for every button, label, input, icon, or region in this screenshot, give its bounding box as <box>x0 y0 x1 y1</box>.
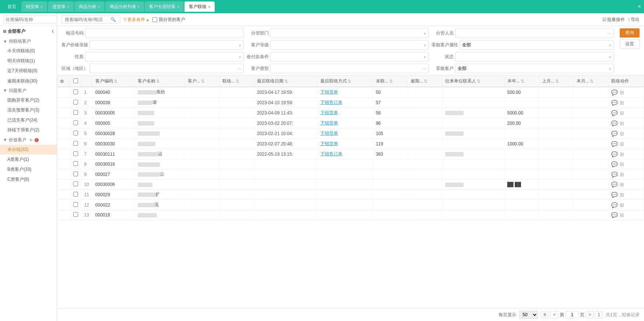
cell-checkbox[interactable] <box>70 190 81 200</box>
grid-action-icon[interactable]: ⊞ <box>620 172 624 177</box>
col-last-contact-date[interactable]: 最后联络日期⇅ <box>254 76 317 87</box>
grid-action-icon[interactable]: ⊞ <box>620 151 624 157</box>
filter-customer-type-input[interactable]: ··· <box>270 64 429 73</box>
grid-action-icon[interactable]: ⊞ <box>620 141 624 147</box>
row-checkbox[interactable] <box>73 172 78 176</box>
cell-last-contact-method[interactable] <box>317 169 373 180</box>
tab-customer-seg[interactable]: 客户分层经客 × <box>145 1 184 12</box>
message-action-icon[interactable]: 💬 <box>611 212 617 218</box>
tab-analysis-list[interactable]: 商品分析列表 × <box>105 1 144 12</box>
cell-checkbox[interactable] <box>70 118 81 128</box>
contact-method-link[interactable]: 下销货单 <box>320 131 338 136</box>
cell-last-contact-method[interactable]: 下销货单 <box>317 128 373 139</box>
row-checkbox[interactable] <box>73 151 78 156</box>
main-search-icon[interactable]: 🔍 <box>110 17 116 22</box>
cell-last-contact-method[interactable] <box>317 190 373 200</box>
contact-method-link[interactable]: 下销货单 <box>320 110 338 115</box>
col-contact[interactable]: 联络...⇅ <box>219 76 254 87</box>
row-checkbox[interactable] <box>73 100 78 105</box>
row-checkbox[interactable] <box>73 120 78 125</box>
grid-action-icon[interactable]: ⊞ <box>620 100 624 106</box>
cell-last-contact-method[interactable]: 下销货单 <box>317 87 373 98</box>
row-checkbox[interactable] <box>73 131 78 135</box>
row-checkbox[interactable] <box>73 181 78 186</box>
grid-action-icon[interactable]: ⊞ <box>620 192 624 198</box>
all-customers-header[interactable]: ⊞ 全部客户 《 <box>0 26 57 37</box>
filter-customer-grade-input[interactable]: ∨ <box>270 40 429 50</box>
refresh-icon[interactable]: ↻ <box>29 138 32 142</box>
per-page-select[interactable]: 50 100 200 <box>519 311 538 319</box>
cell-checkbox[interactable] <box>70 98 81 108</box>
cell-checkbox[interactable] <box>70 200 81 210</box>
select-all-checkbox[interactable] <box>73 78 78 83</box>
cell-last-contact-method[interactable] <box>317 159 373 169</box>
contact-method-link[interactable]: 下销售订单 <box>320 151 342 156</box>
cell-checkbox[interactable] <box>70 180 81 190</box>
message-action-icon[interactable]: 💬 <box>611 181 617 187</box>
my-customers-checkbox[interactable] <box>152 17 157 22</box>
page-number-input[interactable] <box>566 311 578 318</box>
col-this-year[interactable]: 本年...⇅ <box>504 76 539 87</box>
row-checkbox[interactable] <box>73 202 78 207</box>
message-action-icon[interactable]: 💬 <box>611 131 617 137</box>
section-pending-contact[interactable]: ▼ 待联络客户 <box>0 37 57 46</box>
row-checkbox[interactable] <box>73 89 78 94</box>
tab-sales[interactable]: 销货单 × <box>21 1 47 12</box>
more-conditions-btn[interactable]: ▽ 更多条件 ▲ <box>123 17 149 23</box>
cell-last-contact-method[interactable] <box>317 200 373 210</box>
close-purchase-tab-icon[interactable]: × <box>67 5 69 9</box>
cell-checkbox[interactable] <box>70 210 81 220</box>
message-action-icon[interactable]: 💬 <box>611 141 617 147</box>
sidebar-item-overdue[interactable]: 逾期未联络(30) <box>0 76 57 86</box>
close-sales-tab-icon[interactable]: × <box>41 5 43 9</box>
filter-nature-input[interactable]: ∨ <box>85 52 244 61</box>
message-action-icon[interactable]: 💬 <box>611 120 617 126</box>
batch-ops-btn[interactable]: ☑ 批量操作 <box>602 17 625 23</box>
export-btn[interactable]: ↑ 导出 <box>628 17 640 23</box>
contact-method-link[interactable]: 下销货单 <box>320 141 338 146</box>
row-checkbox[interactable] <box>73 110 78 115</box>
cell-last-contact-method[interactable]: 下销货单 <box>317 118 373 128</box>
cell-checkbox[interactable] <box>70 139 81 149</box>
row-checkbox[interactable] <box>73 212 78 217</box>
message-action-icon[interactable]: 💬 <box>611 89 617 95</box>
first-page-btn[interactable]: K <box>541 311 549 318</box>
filter-dept-input[interactable]: ∨ <box>270 28 429 38</box>
close-customer-contact-tab-icon[interactable]: × <box>208 5 210 9</box>
cell-last-contact-method[interactable]: 下销售订单 <box>317 149 373 159</box>
sidebar-item-ungroup[interactable]: 未分组(32) <box>0 145 57 155</box>
sidebar-item-declining[interactable]: 持续下滑客户(2) <box>0 125 57 135</box>
message-action-icon[interactable]: 💬 <box>611 151 617 157</box>
filter-region-input[interactable]: ··· <box>89 64 244 73</box>
sidebar-item-7days[interactable]: 近7天待联络(0) <box>0 66 57 76</box>
row-checkbox[interactable] <box>73 192 78 197</box>
section-value-customers[interactable]: ▼ 价值客户 ↻ ! <box>0 135 57 145</box>
grid-action-icon[interactable]: ⊞ <box>620 89 624 95</box>
close-customer-seg-tab-icon[interactable]: × <box>177 5 179 9</box>
cell-last-contact-method[interactable] <box>317 180 373 190</box>
col-name[interactable]: 客户名称⇅ <box>134 76 184 87</box>
tab-analysis[interactable]: 商品分析 × <box>74 1 105 12</box>
cell-checkbox[interactable] <box>70 108 81 118</box>
cell-checkbox[interactable] <box>70 159 81 169</box>
cell-checkbox[interactable] <box>70 128 81 139</box>
section-problem-customers[interactable]: ▼ 问题客户 <box>0 86 57 95</box>
cell-last-contact-method[interactable] <box>317 210 373 220</box>
window-close-icon[interactable]: × <box>638 3 641 10</box>
filter-status-input[interactable]: ∨ <box>455 52 614 61</box>
sidebar-item-tomorrow[interactable]: 明天待联络(1) <box>0 56 57 66</box>
sidebar-item-churned[interactable]: 已流失客户(24) <box>0 115 57 125</box>
settings-gear-icon[interactable]: ⚙ <box>60 79 64 84</box>
last-page-btn[interactable]: 1 <box>595 311 603 318</box>
message-action-icon[interactable]: 💬 <box>611 172 617 177</box>
col-no-contact[interactable]: 未联...⇅ <box>373 76 407 87</box>
message-action-icon[interactable]: 💬 <box>611 192 617 198</box>
col-settings[interactable]: ⚙ <box>57 76 70 87</box>
prev-page-btn[interactable]: < <box>550 311 558 318</box>
row-checkbox[interactable] <box>73 141 78 146</box>
grid-action-icon[interactable]: ⊞ <box>620 181 624 187</box>
cell-checkbox[interactable] <box>70 169 81 180</box>
close-analysis-list-tab-icon[interactable]: × <box>138 5 140 9</box>
reset-button[interactable]: 设置 <box>620 39 640 49</box>
close-analysis-tab-icon[interactable]: × <box>98 5 100 9</box>
